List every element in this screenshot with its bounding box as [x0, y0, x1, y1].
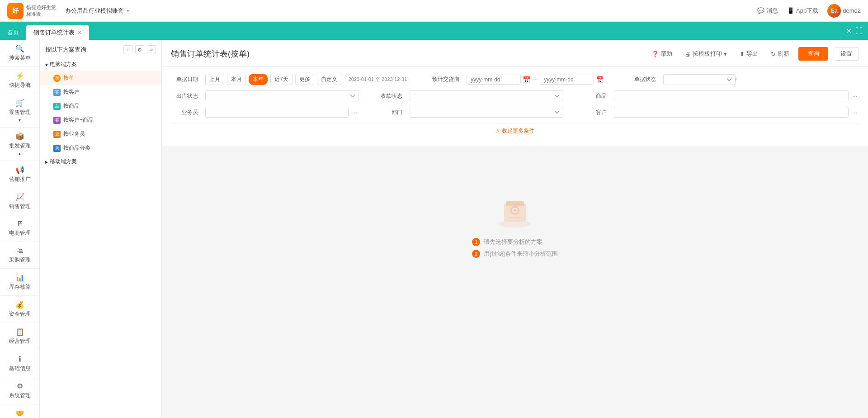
- calendar-icon: 📅: [523, 76, 530, 83]
- product-input-wrapper: ···: [614, 90, 859, 101]
- department-label: 部门: [375, 109, 402, 116]
- scheme-label: 按业务员: [63, 130, 85, 138]
- sidebar-item-quicknav[interactable]: ⚡ 快捷导航: [0, 67, 39, 94]
- customer-scheme-icon: 客: [53, 89, 61, 96]
- sidebar-item-operations[interactable]: 📋 经营管理: [0, 323, 39, 350]
- sidebar-item-search[interactable]: 🔍 搜索菜单: [0, 40, 39, 67]
- query-button[interactable]: 查询: [798, 47, 828, 61]
- scheme-by-salesperson[interactable]: 业 按业务员: [40, 127, 161, 141]
- print-button[interactable]: 🖨 按模板打印 ▾: [681, 48, 731, 60]
- maximize-icon[interactable]: ⛶: [855, 27, 863, 35]
- system-icon: ⚙: [17, 382, 23, 390]
- tab-sales-order-stats[interactable]: 销售订单统计表 ✕: [26, 25, 89, 40]
- sidebar-item-sales[interactable]: 📈 销售管理: [0, 188, 39, 215]
- wholesale-icon: 📦: [15, 132, 24, 141]
- print-dropdown-arrow[interactable]: ▾: [724, 51, 727, 57]
- filter-row-1: 单据日期 上月 本月 本年 近7天 更多 自定义 2023-01-01 至 20…: [171, 74, 859, 85]
- sidebar-item-ecommerce[interactable]: 🖥 电商管理: [0, 215, 39, 242]
- salesperson-input[interactable]: [205, 107, 349, 118]
- sidebar-item-label: 零售管理: [9, 109, 31, 116]
- tab-home[interactable]: 首页: [0, 25, 26, 40]
- collapse-bar[interactable]: ∧ 收起更多条件: [171, 123, 859, 138]
- close-window-icon[interactable]: ✕: [846, 27, 852, 35]
- scheme-by-order[interactable]: 按 按单: [40, 71, 161, 85]
- shipping-status-select[interactable]: [205, 90, 359, 101]
- sidebar-item-finance[interactable]: 💰 资金管理: [0, 296, 39, 323]
- sidebar-item-wholesale[interactable]: 📦 批发管理 ▴: [0, 128, 39, 161]
- sidebar-item-label: 电商管理: [9, 229, 31, 237]
- right-content: 销售订单统计表(按单) ❓ 帮助 🖨 按模板打印 ▾ ⬇: [162, 40, 868, 418]
- product-more-icon[interactable]: ···: [850, 92, 859, 100]
- salesperson-more-icon[interactable]: ···: [350, 108, 359, 117]
- date-this-month-btn[interactable]: 本月: [227, 74, 246, 85]
- page-title: 销售订单统计表(按单): [171, 48, 250, 59]
- collapse-panel-button[interactable]: «: [147, 45, 156, 54]
- scheme-settings-button[interactable]: ⚙: [135, 45, 144, 54]
- pc-group-label: 电脑端方案: [50, 61, 77, 68]
- date-input-group: 2023-01-01 至 2023-12-31: [349, 76, 407, 83]
- svg-rect-5: [508, 217, 522, 218]
- sidebar-item-label: 销售管理: [9, 203, 31, 210]
- app-download-button[interactable]: 📱 App下载: [787, 7, 818, 15]
- help-button[interactable]: ❓ 帮助: [648, 48, 676, 60]
- sidebar-item-enterprise[interactable]: 🤝 企业协同: [0, 404, 39, 418]
- user-menu[interactable]: Ea demo2: [827, 4, 861, 18]
- scheme-by-customer-goods[interactable]: 客 按客户+商品: [40, 113, 161, 127]
- enterprise-icon: 🤝: [15, 409, 24, 418]
- payment-status-select[interactable]: [410, 90, 563, 101]
- topbar-dropdown-arrow[interactable]: ▾: [127, 8, 129, 14]
- page-header: 销售订单统计表(按单) ❓ 帮助 🖨 按模板打印 ▾ ⬇: [162, 40, 868, 66]
- mobile-group-toggle[interactable]: ▸ 移动端方案: [40, 155, 161, 168]
- date-custom-btn[interactable]: 自定义: [317, 74, 341, 85]
- expected-date-to-input[interactable]: [540, 75, 594, 85]
- sidebar-item-label: 基础信息: [9, 365, 31, 372]
- product-input[interactable]: [614, 90, 849, 101]
- sidebar-item-marketing[interactable]: 📢 营销推广: [0, 161, 39, 188]
- payment-status-label: 收款状态: [375, 92, 402, 100]
- scheme-by-goods[interactable]: 品 按商品: [40, 99, 161, 113]
- app-logo: 好 畅捷通好生意 标准版: [7, 3, 56, 19]
- message-button[interactable]: 💬 消息: [757, 7, 778, 15]
- refresh-button[interactable]: ↻ 刷新: [767, 48, 793, 60]
- status-select[interactable]: [663, 74, 736, 85]
- date-more-btn[interactable]: 更多: [295, 74, 314, 85]
- customer-input[interactable]: [614, 107, 849, 118]
- pc-scheme-group: ▾ 电脑端方案 按 按单 客 按客户 品 按商品 客 按客户+商品: [40, 58, 161, 155]
- topbar-title-area: 办公用品行业模拟账套 ▾: [65, 7, 129, 15]
- sidebar-item-inventory[interactable]: 📊 库存核算: [0, 269, 39, 296]
- sidebar-item-purchase[interactable]: 🛍 采购管理: [0, 242, 39, 269]
- collapse-text: 收起更多条件: [502, 128, 534, 134]
- sidebar-item-system[interactable]: ⚙ 系统管理: [0, 377, 39, 404]
- sidebar-item-retail[interactable]: 🛒 零售管理 ▾: [0, 94, 39, 128]
- purchase-icon: 🛍: [16, 247, 24, 255]
- add-scheme-button[interactable]: +: [123, 45, 132, 54]
- shipping-status-label: 出库状态: [171, 92, 198, 100]
- settings-button[interactable]: 设置: [834, 47, 859, 61]
- topbar-right: 💬 消息 📱 App下载 Ea demo2: [757, 4, 861, 18]
- expected-date-from-input[interactable]: [467, 75, 521, 85]
- calendar-icon-2: 📅: [596, 76, 604, 83]
- tab-close-icon[interactable]: ✕: [77, 29, 82, 36]
- salesperson-label: 业务员: [171, 109, 198, 116]
- date-this-year-btn[interactable]: 本年: [249, 74, 268, 85]
- date-7days-btn[interactable]: 近7天: [270, 74, 292, 85]
- export-button[interactable]: ⬇ 导出: [736, 48, 762, 60]
- finance-icon: 💰: [15, 300, 24, 309]
- sidebar-item-basic[interactable]: ℹ 基础信息: [0, 350, 39, 377]
- chevron-down-icon: ▾: [19, 118, 21, 123]
- logo-text: 畅捷通好生意 标准版: [26, 4, 56, 17]
- date-last-month-btn[interactable]: 上月: [205, 74, 224, 85]
- scheme-by-goods-category[interactable]: 类 按商品分类: [40, 141, 161, 155]
- filter-section: 单据日期 上月 本月 本年 近7天 更多 自定义 2023-01-01 至 20…: [162, 66, 868, 146]
- customer-more-icon[interactable]: ···: [850, 108, 859, 117]
- mobile-scheme-group: ▸ 移动端方案: [40, 155, 161, 168]
- refresh-icon: ↻: [771, 51, 776, 57]
- scheme-by-customer[interactable]: 客 按客户: [40, 85, 161, 99]
- sidebar-item-label: 资金管理: [9, 310, 31, 318]
- expected-date-group: 📅 — 📅: [467, 75, 604, 85]
- logo-icon: 好: [7, 3, 24, 19]
- tab-home-label: 首页: [7, 28, 19, 37]
- pc-group-toggle[interactable]: ▾ 电脑端方案: [40, 58, 161, 71]
- tip-text-2: 用[过滤]条件来缩小分析范围: [484, 250, 557, 258]
- department-select[interactable]: [410, 107, 563, 118]
